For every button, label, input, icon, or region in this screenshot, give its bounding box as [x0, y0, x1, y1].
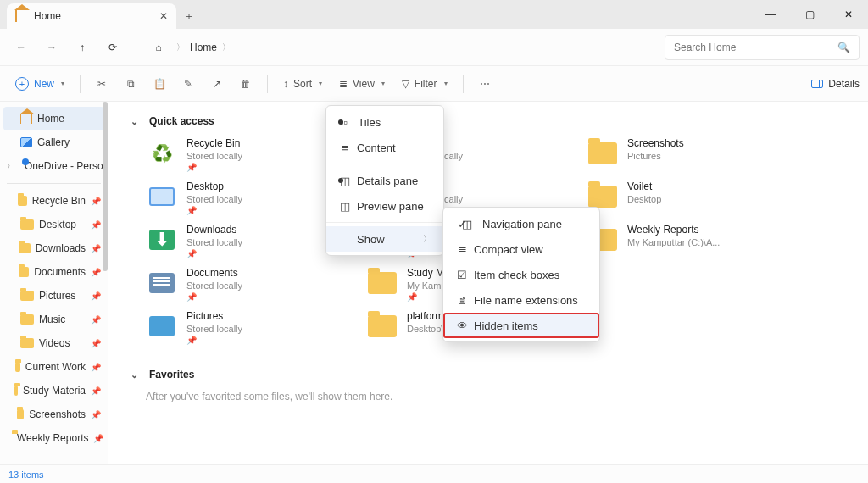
close-window-button[interactable]: ✕	[829, 0, 868, 29]
item-icon	[366, 310, 398, 342]
chevron-right-icon: 〉	[423, 233, 431, 245]
gallery-icon	[20, 137, 32, 147]
item-icon	[146, 180, 178, 213]
up-button[interactable]: ↑	[70, 35, 95, 60]
menu-item-compact-view[interactable]: ≣Compact view	[443, 236, 599, 262]
pin-icon: 📌	[91, 339, 101, 348]
item-name: Screenshots	[627, 137, 684, 149]
quick-access-item[interactable]: DocumentsStored locally📌	[146, 267, 358, 302]
sidebar-item[interactable]: Current Work📌	[0, 355, 108, 379]
sidebar-item[interactable]: Recycle Bin📌	[0, 189, 108, 213]
pin-icon: 📌	[91, 268, 101, 277]
menu-item-preview-pane[interactable]: ◫Preview pane	[326, 193, 443, 219]
quick-access-item[interactable]: PicturesStored locally📌	[146, 310, 358, 345]
close-tab-icon[interactable]: ✕	[159, 10, 168, 22]
menu-item-check-boxes[interactable]: ☑Item check boxes	[443, 262, 599, 287]
window-tab[interactable]: Home ✕	[7, 3, 176, 29]
sidebar-item[interactable]: Study Materia📌	[0, 379, 108, 402]
sidebar-item[interactable]: Pictures📌	[0, 284, 108, 308]
navigation-pane[interactable]: Home Gallery 〉 OneDrive - Perso Recycle …	[0, 102, 108, 464]
separator	[267, 75, 268, 93]
sidebar-item[interactable]: Screenshots📌	[0, 402, 108, 426]
menu-item-show[interactable]: Show〉	[326, 226, 443, 252]
minimize-button[interactable]: ―	[751, 0, 790, 29]
more-button[interactable]: ⋯	[472, 71, 498, 97]
item-location: Desktop	[627, 194, 661, 204]
menu-item-navigation-pane[interactable]: ✓◫ Navigation pane	[443, 211, 599, 236]
chevron-down-icon[interactable]: ⌄	[129, 369, 139, 380]
sidebar-item-gallery[interactable]: Gallery	[0, 130, 108, 154]
paste-button[interactable]: 📋	[147, 71, 172, 97]
pin-icon: 📌	[186, 336, 242, 345]
chevron-down-icon[interactable]: ⌄	[129, 116, 139, 127]
sidebar-item[interactable]: Music📌	[0, 308, 108, 331]
separator	[80, 75, 81, 93]
menu-item-file-extensions[interactable]: 🗎File name extensions	[443, 287, 599, 313]
copy-button[interactable]: ⧉	[118, 71, 143, 97]
new-tab-button[interactable]: ＋	[176, 3, 202, 29]
content-icon: ≡	[338, 142, 352, 154]
breadcrumb-home[interactable]: Home	[190, 42, 217, 53]
folder-icon	[14, 386, 18, 396]
menu-item-content[interactable]: ≡Content	[326, 135, 443, 160]
details-toggle[interactable]: Details	[811, 78, 860, 90]
quick-access-item[interactable]: ScreenshotsPictures	[587, 137, 798, 172]
pin-icon: 📌	[91, 386, 101, 396]
delete-button[interactable]: 🗑	[233, 71, 259, 97]
breadcrumb-home-icon[interactable]: ⌂	[146, 35, 171, 60]
sidebar-item[interactable]: Desktop📌	[0, 213, 108, 236]
sidebar-item[interactable]: Downloads📌	[0, 236, 108, 260]
filter-label: Filter	[415, 78, 437, 90]
sidebar-item[interactable]: Weekly Reports📌	[0, 426, 108, 450]
item-icon: ♻️	[146, 137, 178, 169]
sidebar-item-label: Gallery	[37, 136, 70, 148]
scrollbar[interactable]	[103, 102, 108, 271]
details-label: Details	[828, 78, 860, 90]
pin-icon: 📌	[91, 244, 101, 253]
view-menu[interactable]: ▫▫Tiles ≡Content ◫Details pane ◫Preview …	[326, 105, 444, 256]
sidebar-item-label: Music	[39, 314, 65, 325]
forward-button[interactable]: →	[39, 35, 64, 60]
maximize-button[interactable]: ▢	[790, 0, 829, 29]
details-pane-icon	[811, 80, 823, 88]
view-button[interactable]: ≣ View▾	[332, 71, 392, 97]
share-button[interactable]: ↗	[204, 71, 230, 97]
new-button[interactable]: + New ▾	[8, 71, 71, 97]
item-location: Stored locally	[186, 151, 242, 161]
pin-icon: 📌	[186, 249, 242, 258]
refresh-button[interactable]: ⟳	[100, 35, 125, 60]
section-favorites[interactable]: ⌄ Favorites	[129, 369, 848, 380]
item-location: Stored locally	[186, 194, 242, 204]
search-placeholder: Search Home	[674, 42, 736, 53]
sort-button[interactable]: ↕ Sort▾	[276, 71, 329, 97]
section-quick-access[interactable]: ⌄ Quick access	[129, 115, 848, 127]
chevron-right-icon[interactable]: 〉	[7, 161, 14, 172]
search-input[interactable]: Search Home 🔍	[665, 35, 860, 60]
cut-button[interactable]: ✂	[89, 71, 114, 97]
pin-icon: 📌	[91, 291, 101, 301]
menu-item-tiles[interactable]: ▫▫Tiles	[326, 109, 443, 135]
quick-access-item[interactable]: Weekly ReportsMy Kamputtar (C:)\A...	[587, 224, 798, 258]
folder-icon	[19, 267, 29, 277]
menu-item-hidden-items[interactable]: 👁Hidden items	[443, 313, 599, 338]
quick-access-item[interactable]: VoiletDesktop	[587, 180, 798, 215]
show-submenu[interactable]: ✓◫ Navigation pane ≣Compact view ☑Item c…	[442, 207, 600, 342]
pin-icon: 📌	[186, 292, 242, 302]
rename-button[interactable]: ✎	[175, 71, 201, 97]
folder-icon	[18, 196, 27, 206]
preview-pane-icon: ◫	[338, 200, 352, 213]
sidebar-item[interactable]: Documents📌	[0, 260, 108, 284]
item-icon	[587, 137, 619, 169]
filter-button[interactable]: ▽ Filter▾	[395, 71, 454, 97]
pin-icon: 📌	[91, 363, 101, 372]
sidebar-item-onedrive[interactable]: 〉 OneDrive - Perso	[0, 154, 108, 178]
separator	[326, 222, 443, 223]
chevron-right-icon[interactable]: 〉	[222, 42, 231, 53]
sidebar-item[interactable]: Videos📌	[0, 331, 108, 355]
item-name: Weekly Reports	[627, 224, 720, 236]
back-button[interactable]: ←	[8, 35, 34, 60]
chevron-right-icon[interactable]: 〉	[176, 42, 185, 53]
separator	[7, 183, 101, 184]
sidebar-item-home[interactable]: Home	[3, 107, 104, 130]
menu-item-details-pane[interactable]: ◫Details pane	[326, 168, 443, 193]
